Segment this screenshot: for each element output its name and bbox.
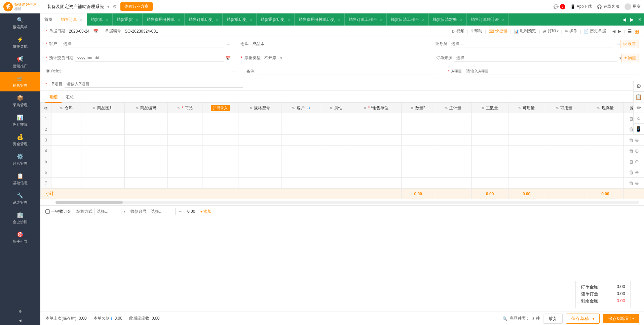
scroll-thumb[interactable]: [55, 201, 123, 204]
tab-payment-workbench[interactable]: 钱货日清工作台 ✕: [387, 13, 429, 26]
tab-sales-order-history[interactable]: 销售订单历史 ✕: [185, 13, 223, 26]
detail-tab-summary[interactable]: 汇总: [62, 92, 78, 103]
row-1-available[interactable]: [508, 113, 545, 124]
row-1-stock[interactable]: [587, 113, 623, 124]
row-5-delete-btn[interactable]: 🗑: [629, 159, 634, 164]
customer-input[interactable]: [61, 40, 224, 47]
side-star-btn[interactable]: ☆: [633, 113, 644, 124]
row-4-copy-btn[interactable]: ⊕: [635, 148, 639, 154]
product-code-sort-icon[interactable]: ⇅: [136, 106, 139, 110]
tab-return-history-close[interactable]: ✕: [288, 18, 290, 22]
user-avatar[interactable]: 用友: [624, 3, 641, 10]
col-product[interactable]: ⇅ * 商品: [168, 103, 202, 113]
save-new-btn[interactable]: 保存&新增 ▾: [603, 314, 639, 323]
a-project-input[interactable]: [464, 68, 639, 75]
col-product-image[interactable]: ⇅ 商品图片: [81, 103, 125, 113]
add-amount-btn[interactable]: ● 添加: [200, 209, 211, 214]
col-main-uom[interactable]: ⇅ 主计量: [435, 103, 471, 113]
save-draft-btn[interactable]: 保存草稿 ▾: [566, 314, 600, 324]
horizontal-scrollbar[interactable]: [55, 201, 639, 204]
history-btn[interactable]: 📄 历史单据: [584, 28, 606, 34]
customer-order-sort-icon[interactable]: ⇅: [292, 106, 295, 110]
col-warehouse[interactable]: ⇅ 仓库: [51, 103, 81, 113]
sidebar-item-search[interactable]: 🔍 搜索菜单: [0, 13, 40, 33]
row-7-copy-btn[interactable]: ⊕: [635, 180, 639, 186]
print-btn[interactable]: 🖨 打印 ▾: [543, 28, 559, 34]
sidebar-item-sales[interactable]: 🛒 销售管理: [0, 72, 40, 91]
discard-btn[interactable]: 放弃: [543, 314, 563, 324]
side-clipboard-btn[interactable]: 📋: [633, 91, 644, 102]
payment-method-dropdown[interactable]: ▾: [123, 209, 125, 214]
row-1-spec[interactable]: [238, 113, 281, 124]
row-1-image[interactable]: [81, 113, 125, 124]
detail-tab-detail[interactable]: 明细: [45, 92, 62, 103]
main-uom-sort-icon[interactable]: ⇅: [445, 106, 448, 110]
tab-sales-return-goods[interactable]: 销货退货 ✕: [113, 13, 143, 26]
col-main-qty[interactable]: ⇅ 主数量: [471, 103, 508, 113]
tab-sales-workbench[interactable]: 销售订单工作台 ✕: [345, 13, 387, 26]
tab-payment-reconcile[interactable]: 钱货日清对账 ✕: [429, 13, 467, 26]
tab-sales-history[interactable]: 销货单历史 ✕: [223, 13, 257, 26]
sidebar-item-finance[interactable]: 💰 资金管理: [0, 130, 40, 150]
settings-col-icon[interactable]: ⚙: [44, 106, 48, 111]
row-1-code[interactable]: [124, 113, 168, 124]
shortcut-btn[interactable]: ⌨ 快捷键: [489, 28, 507, 34]
spec-sort-icon[interactable]: ⇅: [250, 106, 252, 110]
order-source-input[interactable]: [454, 54, 617, 62]
message-btn[interactable]: 💬 8 💬: [554, 4, 565, 9]
calendar-icon2[interactable]: 📅: [226, 56, 231, 60]
warehouse-more-btn[interactable]: ···: [269, 42, 273, 46]
help-btn[interactable]: ? 帮助: [471, 28, 482, 34]
payment-account-input[interactable]: [149, 208, 176, 215]
row-1-sales-unit[interactable]: [351, 113, 401, 124]
tab-expense-history-close[interactable]: ✕: [338, 18, 340, 22]
row-1-available2[interactable]: [545, 113, 587, 124]
page-prev-btn[interactable]: ◀: [612, 29, 615, 34]
col-sales-unit[interactable]: ⇅ * *销售单位: [351, 103, 401, 113]
col-stock[interactable]: ⇅ 现存量: [587, 103, 623, 113]
sidebar-item-enterprise[interactable]: 🏢 企业协同: [0, 208, 40, 228]
row-1-warehouse[interactable]: [51, 113, 81, 124]
tab-return-history[interactable]: 销货退货历史 ✕: [257, 13, 295, 26]
add-material-btn[interactable]: + 物流: [621, 54, 639, 62]
col-product-code[interactable]: ⇅ 商品编码: [124, 103, 168, 113]
row-1-attributes[interactable]: [321, 113, 351, 124]
save-new-arrow[interactable]: ▾: [631, 317, 634, 320]
col-qty2[interactable]: ⇅ 数量2: [401, 103, 435, 113]
sidebar-item-marketing[interactable]: 📢 营销推广: [0, 52, 40, 72]
dropdown-arrow-icon[interactable]: ▾: [107, 4, 109, 9]
tab-expense-close[interactable]: ✕: [178, 18, 180, 22]
product-sort-icon[interactable]: ⇅: [177, 106, 180, 110]
available-sort-icon[interactable]: ⇅: [518, 106, 521, 110]
tab-prev-btn[interactable]: ◀: [620, 13, 628, 26]
row-6-delete-btn[interactable]: 🗑: [629, 170, 634, 175]
col-attributes[interactable]: ⇅ 属性: [321, 103, 351, 113]
profit-btn[interactable]: 📊 毛利预览: [514, 28, 536, 34]
col-scan-input[interactable]: 扫码录入: [202, 103, 238, 113]
row-2-delete-btn[interactable]: 🗑: [629, 127, 634, 132]
grid-view-icon[interactable]: ☰: [628, 29, 632, 34]
address-more-btn[interactable]: ···: [233, 69, 236, 74]
card-view-icon[interactable]: ▦: [635, 29, 639, 34]
row-1-qty2[interactable]: [401, 113, 435, 124]
tab-sales-order-close[interactable]: ✕: [80, 18, 82, 22]
info-icon-owing[interactable]: ℹ: [111, 317, 112, 320]
industry-btn[interactable]: 体验行业方案: [120, 2, 153, 11]
stock-sort-icon[interactable]: ⇅: [597, 106, 600, 110]
row-1-delete-btn[interactable]: 🗑: [629, 116, 634, 121]
sidebar-item-purchase[interactable]: 📦 采购管理: [0, 91, 40, 111]
sidebar-item-operations[interactable]: ⚙️ 经营管理: [0, 150, 40, 169]
main-qty-sort-icon[interactable]: ⇅: [482, 106, 484, 110]
sidebar-item-quick-nav[interactable]: ⚡ 快捷导航: [0, 33, 40, 52]
row-5-copy-btn[interactable]: ⊕: [635, 159, 639, 164]
b-project-input[interactable]: [65, 81, 243, 88]
tab-sales-order[interactable]: 销售订单 ✕: [57, 13, 87, 26]
sidebar-item-basic-info[interactable]: 📋 基础信息: [0, 169, 40, 189]
col-customer-order[interactable]: ⇅ 客户... ℹ: [281, 103, 321, 113]
customer-more-btn[interactable]: ···: [227, 42, 230, 46]
save-draft-arrow[interactable]: ▾: [591, 317, 594, 321]
payment-method-input[interactable]: [94, 208, 121, 215]
salesperson-input[interactable]: [449, 40, 613, 47]
tab-sales-return[interactable]: 销货单 ✕: [87, 13, 113, 26]
tab-sales-history-close[interactable]: ✕: [250, 18, 252, 22]
